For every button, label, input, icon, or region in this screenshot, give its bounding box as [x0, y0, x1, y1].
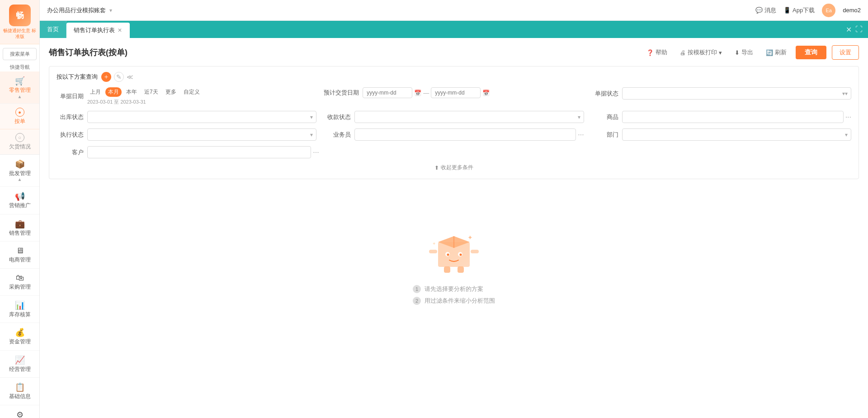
scheme-label: 按以下方案查询 [57, 73, 98, 81]
sidebar: 畅 畅捷通好生意 标准版 搜索菜单 快捷导航 🛒 零售管理 ▲ ● 按单 ○ 欠… [0, 0, 40, 418]
retail-icon: 🛒 [15, 76, 25, 86]
help-label: 帮助 [656, 48, 667, 57]
filter-item-payment: 收款状态 [324, 111, 584, 123]
topbar: 办公用品行业模拟账套 ▾ 💬 消息 📱 App下载 Ea demo2 [40, 0, 868, 21]
settings-button[interactable]: 设置 [832, 45, 859, 60]
customer-label: 客户 [57, 148, 84, 157]
tab-home[interactable]: 首页 [40, 21, 66, 38]
subitem-欠货情况[interactable]: ○ 欠货情况 [0, 129, 39, 155]
tab-sales-order[interactable]: 销售订单执行表 ✕ [66, 23, 130, 38]
sidebar-item-ecom[interactable]: 🖥 电商管理 [0, 242, 39, 269]
tip-num-2: 2 [413, 297, 421, 305]
sidebar-search-area: 搜索菜单 [0, 44, 39, 62]
purchase-icon: 🛍 [16, 273, 24, 283]
close-tab-button[interactable]: ✕ [846, 25, 852, 34]
exec-status-select[interactable] [87, 128, 316, 141]
maximize-button[interactable]: ⛶ [855, 25, 863, 33]
sidebar-item-basic-info[interactable]: 📋 基础信息 [0, 378, 39, 405]
message-button[interactable]: 💬 消息 [755, 6, 776, 14]
sidebar-item-retail[interactable]: 🛒 零售管理 ▲ [0, 71, 39, 104]
exec-status-label: 执行状态 [57, 131, 84, 139]
sidebar-item-operations[interactable]: 📈 经营管理 [0, 351, 39, 378]
sidebar-label-marketing: 营销推广 [9, 202, 31, 209]
avatar: Ea [822, 4, 835, 17]
sidebar-item-finance[interactable]: 💰 资金管理 [0, 323, 39, 351]
date-tab-this-year[interactable]: 本年 [123, 87, 140, 97]
expand-arrow-retail: ▲ [18, 94, 22, 99]
collapse-button[interactable]: ⬆ 收起更多条件 [434, 164, 473, 171]
search-menu-button[interactable]: 搜索菜单 [3, 48, 37, 60]
tab-close-icon[interactable]: ✕ [118, 27, 122, 33]
calendar-from-icon[interactable]: 📅 [414, 90, 421, 96]
sidebar-item-inventory[interactable]: 📊 库存核算 [0, 296, 39, 323]
date-separator: — [423, 90, 429, 96]
query-button[interactable]: 查询 [796, 46, 826, 59]
date-tab-this-month[interactable]: 本月 [105, 87, 122, 97]
tip-text-2: 用过滤条件来缩小分析范围 [425, 297, 495, 305]
calendar-to-icon[interactable]: 📅 [482, 90, 490, 96]
basic-info-icon: 📋 [15, 382, 25, 392]
svg-rect-7 [429, 250, 437, 253]
date-tab-more[interactable]: 更多 [163, 87, 179, 97]
sidebar-item-sales[interactable]: 💼 销售管理 [0, 214, 39, 242]
print-arrow-icon: ▾ [719, 49, 722, 56]
goods-more-icon[interactable]: ··· [845, 113, 851, 121]
sidebar-item-marketing[interactable]: 📢 营销推广 [0, 187, 39, 214]
app-download-button[interactable]: 📱 App下载 [783, 6, 815, 14]
page-title: 销售订单执行表(按单) [49, 47, 127, 58]
tab-home-label: 首页 [47, 25, 59, 33]
subitem-label-欠货: 欠货情况 [9, 143, 31, 151]
print-button[interactable]: 🖨 按模板打印 ▾ [676, 47, 726, 58]
svg-point-5 [447, 254, 449, 256]
expect-date-to-input[interactable] [431, 87, 481, 98]
subitem-icon-欠货: ○ [15, 133, 24, 142]
date-tab-custom[interactable]: 自定义 [181, 87, 203, 97]
expect-date-from-input[interactable] [363, 87, 412, 98]
refresh-label: 刷新 [775, 48, 787, 57]
sidebar-label-wholesale: 批发管理 [9, 170, 31, 177]
doc-status-select[interactable] [622, 87, 851, 100]
outstock-select[interactable] [87, 111, 316, 123]
payment-select[interactable] [354, 111, 584, 123]
tip-num-1: 1 [413, 285, 421, 293]
subitem-按单[interactable]: ● 按单 [0, 104, 39, 129]
help-button[interactable]: ❓ 帮助 [643, 47, 671, 58]
edit-scheme-button[interactable]: ✎ [114, 72, 124, 82]
expect-date-label: 预计交货日期 [324, 89, 359, 97]
sidebar-item-wholesale[interactable]: 📦 批发管理 ▲ [0, 155, 39, 187]
date-tab-last-month[interactable]: 上月 [87, 87, 104, 97]
salesman-input[interactable] [354, 128, 576, 141]
payment-label: 收款状态 [324, 113, 351, 121]
topbar-title: 办公用品行业模拟账套 [47, 6, 106, 14]
topbar-arrow-icon[interactable]: ▾ [109, 7, 112, 14]
customer-input[interactable] [87, 146, 311, 158]
sidebar-item-system[interactable]: ⚙ 系统管理 [0, 405, 39, 418]
avatar-text: Ea [826, 8, 832, 13]
export-icon: ⬇ [735, 49, 740, 56]
customer-more-icon[interactable]: ··· [313, 148, 319, 157]
dept-select[interactable] [622, 128, 851, 141]
date-range-display: 2023-03-01 至 2023-03-31 [87, 99, 316, 105]
date-tab-7days[interactable]: 近7天 [142, 87, 161, 97]
filter-icons: ＋ ✎ ≪ [101, 72, 133, 82]
svg-point-6 [460, 254, 462, 256]
tab-sales-order-label: 销售订单执行表 [74, 26, 115, 34]
operations-icon: 📈 [15, 355, 25, 365]
tabbar-right: ✕ ⛶ [846, 25, 868, 34]
sidebar-label-retail: 零售管理 [9, 87, 31, 94]
filter-item-doc-date: 单据日期 上月 本月 本年 近7天 更多 自定义 2023-03-01 至 20… [57, 87, 316, 105]
empty-tips: 1 请先选择要分析的方案 2 用过滤条件来缩小分析范围 [413, 285, 495, 305]
export-label: 导出 [741, 48, 753, 57]
sidebar-item-purchase[interactable]: 🛍 采购管理 [0, 269, 39, 296]
goods-label: 商品 [591, 113, 618, 121]
collapse-icon-button[interactable]: ≪ [127, 73, 133, 81]
goods-input[interactable] [622, 111, 844, 123]
quick-nav-label: 快捷导航 [10, 62, 30, 71]
export-button[interactable]: ⬇ 导出 [731, 47, 757, 58]
page-title-bar: 销售订单执行表(按单) ❓ 帮助 🖨 按模板打印 ▾ ⬇ 导出 [49, 45, 859, 60]
salesman-more-icon[interactable]: ··· [578, 131, 584, 139]
refresh-button[interactable]: 🔄 刷新 [762, 47, 790, 58]
salesman-label: 业务员 [324, 131, 351, 139]
filter-item-doc-status: 单据状态 ▾ [591, 87, 851, 100]
add-scheme-button[interactable]: ＋ [101, 72, 111, 82]
